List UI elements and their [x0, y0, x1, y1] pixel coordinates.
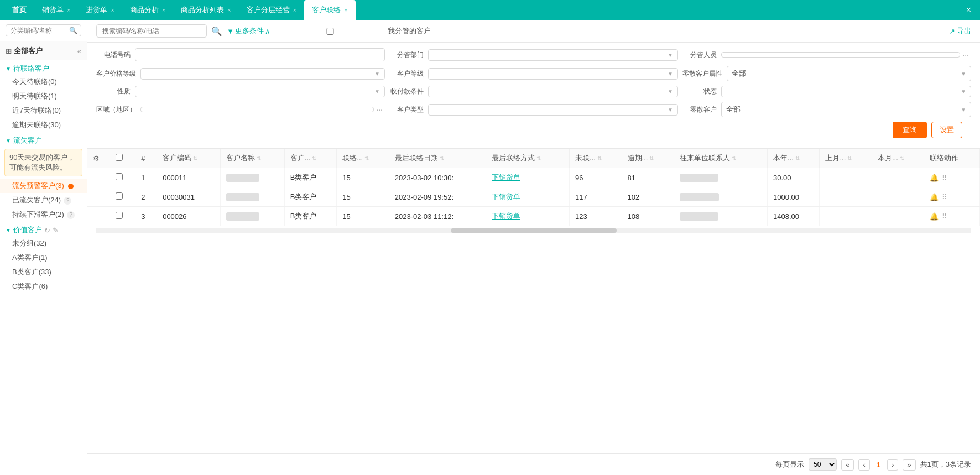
mine-checkbox[interactable]: [275, 28, 385, 35]
retained-info: ?: [67, 211, 75, 219]
query-button[interactable]: 查询: [893, 122, 927, 138]
sidebar-item-overdue[interactable]: 逾期未联络(30): [0, 118, 87, 132]
tab-purchase-close[interactable]: ×: [111, 7, 114, 13]
churn-arrow-icon: ▼: [6, 138, 11, 144]
sidebar-item-churn-warning[interactable]: 流失预警客户(3): [0, 179, 87, 193]
col-settings[interactable]: ⚙: [87, 149, 110, 168]
row-no: 3: [135, 207, 157, 226]
col-last-contact-way[interactable]: 最后联络方式: [486, 149, 569, 168]
tab-customer-contact-close[interactable]: ×: [344, 7, 347, 13]
row-last-contact-way[interactable]: 下销货单: [486, 207, 569, 226]
sidebar-item-a-class[interactable]: A类客户(1): [0, 250, 87, 265]
row-checkbox[interactable]: [110, 187, 135, 207]
tab-sales-close[interactable]: ×: [67, 7, 70, 13]
col-last-month[interactable]: 上月...: [820, 149, 872, 168]
sidebar-section-pending[interactable]: ▼ 待联络客户: [0, 60, 87, 75]
region-more-icon[interactable]: ···: [374, 105, 385, 114]
sidebar-item-today[interactable]: 今天待联络(0): [0, 75, 87, 89]
filter-region-select[interactable]: [140, 107, 374, 112]
more-conditions-button[interactable]: ▼ 更多条件 ∧: [227, 26, 270, 36]
row-checkbox[interactable]: [110, 168, 135, 187]
col-last-contact-date[interactable]: 最后联络日期: [389, 149, 486, 168]
filter-phone-input[interactable]: [135, 48, 385, 61]
col-name[interactable]: 客户名称: [221, 149, 284, 168]
tab-analysis[interactable]: 商品分析 ×: [122, 0, 173, 20]
row-last-contact-way[interactable]: 下销货单: [486, 187, 569, 207]
person-more-icon[interactable]: ···: [960, 50, 971, 59]
sidebar-search-icon: 🔍: [69, 27, 77, 34]
filter-sparse-attr-select[interactable]: 全部 ▼: [727, 66, 971, 81]
value-edit-icon[interactable]: ✎: [53, 226, 59, 234]
row-overdue: 102: [622, 187, 674, 207]
col-year[interactable]: 本年...: [768, 149, 820, 168]
row-last-contact-way[interactable]: 下销货单: [486, 168, 569, 187]
sidebar-item-week[interactable]: 近7天待联络(0): [0, 103, 87, 118]
col-this-month[interactable]: 本月...: [872, 149, 924, 168]
last-page-button[interactable]: »: [903, 459, 915, 471]
sidebar-item-ungroup[interactable]: 未分组(32): [0, 236, 87, 250]
sidebar-item-already-churn[interactable]: 已流失客户(24) ?: [0, 193, 87, 207]
action-more-icon[interactable]: ⠿: [942, 212, 947, 221]
row-uncontact: 123: [570, 207, 622, 226]
page-size-select[interactable]: 50 10 20 100: [809, 458, 837, 471]
scrollbar-thumb[interactable]: [451, 228, 617, 233]
export-button[interactable]: ↗ 导出: [949, 26, 971, 36]
tab-customer-contact[interactable]: 客户联络 ×: [304, 0, 355, 20]
prev-page-button[interactable]: ‹: [858, 459, 869, 471]
select-all-checkbox[interactable]: [116, 154, 123, 161]
col-checkbox[interactable]: [110, 149, 135, 168]
sidebar-item-b-class[interactable]: B类客户(33): [0, 265, 87, 279]
pagination: 每页显示 50 10 20 100 « ‹ 1 › » 共1页，3条记录: [87, 453, 980, 475]
col-level[interactable]: 客户...: [284, 149, 337, 168]
filter-payment-select[interactable]: ▼: [428, 86, 678, 97]
col-code[interactable]: 客户编码: [157, 149, 221, 168]
col-overdue[interactable]: 逾期...: [622, 149, 674, 168]
sidebar-item-c-class[interactable]: C类客户(6): [0, 279, 87, 294]
sidebar-item-retained[interactable]: 持续下滑客户(2) ?: [0, 207, 87, 222]
filter-nature-select[interactable]: ▼: [135, 86, 385, 97]
filter-customer-type-select[interactable]: ▼: [428, 104, 678, 116]
action-contact-icon[interactable]: 🔔: [930, 212, 939, 221]
row-contacts: ███ ███...: [674, 168, 768, 187]
collapse-icon[interactable]: «: [77, 47, 81, 55]
action-contact-icon[interactable]: 🔔: [930, 193, 939, 201]
sidebar-section-value[interactable]: ▼ 价值客户 ↻ ✎: [0, 222, 87, 236]
action-contact-icon[interactable]: 🔔: [930, 174, 939, 182]
sidebar-section-churn[interactable]: ▼ 流失客户: [0, 132, 87, 147]
tab-purchase[interactable]: 进货单 ×: [78, 0, 122, 20]
tab-home[interactable]: 首页: [4, 0, 34, 20]
filter-person-select[interactable]: [721, 52, 960, 58]
row-checkbox[interactable]: [110, 207, 135, 226]
filter-dept-select[interactable]: ▼: [428, 49, 678, 61]
filter-customer-level-select[interactable]: ▼: [428, 68, 678, 80]
filter-status-select[interactable]: ▼: [721, 86, 971, 97]
search-button[interactable]: 🔍: [211, 26, 222, 36]
col-uncontact[interactable]: 未联...: [570, 149, 622, 168]
tab-customer-segment-close[interactable]: ×: [293, 7, 296, 13]
window-close-button[interactable]: ×: [962, 5, 976, 15]
value-refresh-icon[interactable]: ↻: [44, 226, 50, 234]
first-page-button[interactable]: «: [841, 459, 854, 471]
filter-payment: 收付款条件 ▼: [389, 86, 678, 97]
filter-price-level-label: 客户价格等级: [96, 69, 140, 79]
search-input[interactable]: [96, 24, 207, 38]
tab-analysis-list[interactable]: 商品分析列表 ×: [173, 0, 238, 20]
tab-analysis-list-close[interactable]: ×: [227, 7, 231, 13]
dept-arrow-icon: ▼: [668, 52, 673, 58]
col-contact-count[interactable]: 联络...: [337, 149, 389, 168]
tab-analysis-close[interactable]: ×: [162, 7, 165, 13]
tab-customer-segment[interactable]: 客户分层经营 ×: [239, 0, 304, 20]
filter-sparse-customer-select[interactable]: 全部 ▼: [721, 102, 971, 117]
settings-button[interactable]: 设置: [931, 122, 962, 138]
action-more-icon[interactable]: ⠿: [942, 174, 947, 182]
tab-sales[interactable]: 销货单 ×: [34, 0, 78, 20]
filter-price-level-select[interactable]: ▼: [140, 68, 385, 80]
mine-checkbox-label[interactable]: 我分管的客户: [275, 26, 431, 36]
scrollbar-track[interactable]: [96, 228, 971, 233]
action-more-icon[interactable]: ⠿: [942, 193, 947, 201]
col-contacts[interactable]: 往来单位联系人: [674, 149, 768, 168]
warning-dot: [68, 184, 74, 189]
next-page-button[interactable]: ›: [887, 459, 898, 471]
sidebar-item-tomorrow[interactable]: 明天待联络(1): [0, 89, 87, 103]
settings-icon[interactable]: ⚙: [93, 154, 100, 163]
